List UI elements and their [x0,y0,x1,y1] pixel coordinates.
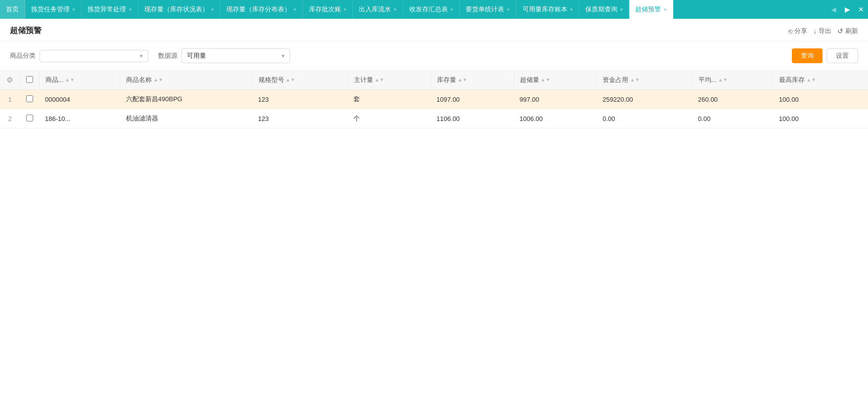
th-unit[interactable]: 主计量 ▲▼ [347,71,431,90]
nav-close-6[interactable]: × [393,6,396,12]
datasource-value: 可用量 [187,51,206,60]
cell-unit-1: 个 [347,109,431,128]
gear-icon[interactable]: ⚙ [6,76,13,84]
th-avg[interactable]: 平均... ▲▼ [692,71,773,90]
sort-icon-capital: ▲▼ [630,78,640,82]
table-row: 1 0000004 六配套新昌490BPG 123 套 1097.00 997.… [0,90,868,109]
nav-close-11[interactable]: × [663,6,666,12]
nav-close-1[interactable]: × [72,6,75,12]
nav-item-0[interactable]: 首页 [0,0,25,19]
refresh-button[interactable]: ↺ 刷新 [837,27,858,36]
nav-close-7[interactable]: × [450,6,453,12]
nav-close-9[interactable]: × [570,6,573,12]
nav-item-label-0: 首页 [6,5,19,14]
row-num-0: 1 [0,90,20,109]
nav-item-3[interactable]: 现存量（库存状况表）× [138,0,220,19]
sort-icon-product-code: ▲▼ [65,78,75,82]
row-num-1: 2 [0,109,20,128]
th-capital-used[interactable]: 资金占用 ▲▼ [597,71,692,90]
nav-item-8[interactable]: 要货单统计表× [460,0,516,19]
row-checkbox-1 [20,109,39,128]
share-button[interactable]: ⎋ 分享 [788,27,807,36]
nav-item-7[interactable]: 收发存汇总表× [403,0,460,19]
cell-product-name-1: 机油滤清器 [120,109,252,128]
nav-item-label-10: 保质期查询 [585,5,617,14]
cell-unit-0: 套 [347,90,431,109]
th-product-name[interactable]: 商品名称 ▲▼ [120,71,252,90]
cell-product-code-0: 0000004 [39,90,120,109]
page-content: 超储预警 ⎋ 分享 ↓ 导出 ↺ 刷新 商品分类 ▾ 数据源 [0,19,868,395]
nav-right-arrow[interactable]: ▶ [840,0,854,19]
select-all-checkbox[interactable] [26,76,33,83]
th-stock-qty[interactable]: 库存量 ▲▼ [431,71,514,90]
export-icon: ↓ [813,27,817,35]
category-label: 商品分类 [10,51,36,60]
sort-icon-stock: ▲▼ [458,78,468,82]
settings-button[interactable]: 设置 [826,48,858,63]
nav-close-5[interactable]: × [344,6,347,12]
row-checkbox-input-1[interactable] [26,115,33,121]
filter-area: 商品分类 ▾ 数据源 可用量 ▾ 查询 设置 [0,41,868,71]
datasource-select[interactable]: 可用量 ▾ [181,48,290,63]
nav-item-label-5: 库存批次账 [309,5,341,14]
refresh-icon: ↺ [837,27,843,35]
row-checkbox-input-0[interactable] [26,95,33,102]
nav-item-10[interactable]: 保质期查询× [579,0,629,19]
datasource-filter-group: 数据源 可用量 ▾ [158,48,290,63]
data-table: ⚙ 商品... ▲▼ 商品名称 ▲▼ [0,71,868,128]
filter-actions: 查询 设置 [792,48,858,63]
cell-max-stock-1: 100.00 [773,109,868,128]
sort-icon-product-name: ▲▼ [153,78,163,82]
share-icon: ⎋ [788,27,792,35]
top-navigation: 首页拣货任务管理×拣货异常处理×现存量（库存状况表）×现存量（库存分布表）×库存… [0,0,868,19]
nav-item-6[interactable]: 出入库流水× [353,0,403,19]
cell-max-stock-0: 100.00 [773,90,868,109]
nav-close-2[interactable]: × [129,6,131,12]
query-button[interactable]: 查询 [792,48,823,63]
datasource-label: 数据源 [158,51,177,60]
sort-icon-avg: ▲▼ [718,78,728,82]
nav-item-4[interactable]: 现存量（库存分布表）× [220,0,303,19]
cell-product-code-1: 186-10... [39,109,120,128]
cell-over-qty-1: 1006.00 [514,109,597,128]
nav-item-label-4: 现存量（库存分布表） [226,5,291,14]
cell-product-name-0: 六配套新昌490BPG [120,90,252,109]
nav-close-3[interactable]: × [211,6,214,12]
cell-over-qty-0: 997.00 [514,90,597,109]
nav-item-11[interactable]: 超储预警× [629,0,673,19]
category-chevron-icon: ▾ [140,53,143,59]
nav-close-arrow[interactable]: ✕ [854,0,868,19]
th-spec[interactable]: 规格型号 ▲▼ [252,71,347,90]
cell-avg-0: 260.00 [692,90,773,109]
title-actions: ⎋ 分享 ↓ 导出 ↺ 刷新 [788,27,858,36]
nav-item-9[interactable]: 可用量库存账本× [517,0,579,19]
nav-item-5[interactable]: 库存批次账× [303,0,353,19]
nav-item-2[interactable]: 拣货异常处理× [82,0,138,19]
th-gear: ⚙ [0,71,20,90]
row-checkbox-0 [20,90,39,109]
nav-item-label-2: 拣货异常处理 [87,5,126,14]
th-over-qty[interactable]: 超储量 ▲▼ [514,71,597,90]
nav-close-4[interactable]: × [293,6,296,12]
nav-item-label-9: 可用量库存账本 [522,5,567,14]
export-button[interactable]: ↓ 导出 [813,27,831,36]
sort-icon-unit: ▲▼ [375,78,385,82]
nav-close-8[interactable]: × [507,6,510,12]
sort-icon-max: ▲▼ [806,78,816,82]
table-row: 2 186-10... 机油滤清器 123 个 1106.00 1006.00 … [0,109,868,128]
nav-left-arrow[interactable]: ◀ [826,0,840,19]
th-max-stock[interactable]: 最高库存 ▲▼ [773,71,868,90]
nav-item-label-7: 收发存汇总表 [409,5,448,14]
nav-item-1[interactable]: 拣货任务管理× [25,0,82,19]
datasource-chevron-icon: ▾ [282,53,285,59]
cell-spec-1: 123 [252,109,347,128]
nav-item-label-11: 超储预警 [635,5,661,14]
page-title-bar: 超储预警 ⎋ 分享 ↓ 导出 ↺ 刷新 [0,19,868,41]
cell-stock-qty-0: 1097.00 [431,90,514,109]
category-select[interactable]: ▾ [40,50,148,62]
sort-icon-over: ▲▼ [541,78,551,82]
nav-close-10[interactable]: × [620,6,623,12]
cell-spec-0: 123 [252,90,347,109]
cell-capital-used-1: 0.00 [597,109,692,128]
th-product-code[interactable]: 商品... ▲▼ [39,71,120,90]
